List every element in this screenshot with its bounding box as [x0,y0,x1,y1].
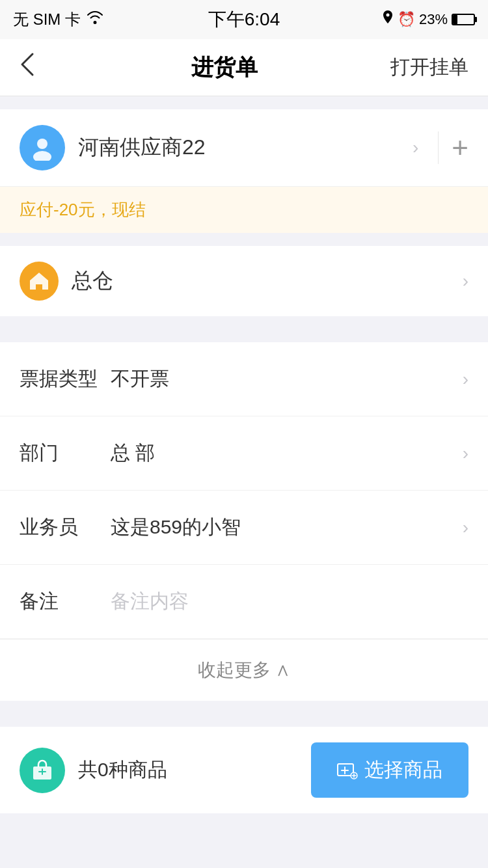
battery-text: 23% [419,11,448,28]
sales-row[interactable]: 业务员 这是859的小智 › [0,491,488,565]
select-product-button[interactable]: 选择商品 [311,742,468,798]
carrier-text: 无 SIM 卡 [13,9,81,30]
status-left: 无 SIM 卡 [13,9,104,30]
supplier-row[interactable]: 河南供应商22 › + [0,109,488,187]
nav-bar: 进货单 打开挂单 [0,39,488,96]
dept-label: 部门 [20,440,98,467]
warehouse-name: 总仓 [72,267,463,295]
invoice-label: 票据类型 [20,366,98,392]
dept-value: 总 部 [98,440,463,467]
wifi-icon [86,10,104,29]
select-product-label: 选择商品 [364,757,442,783]
warehouse-chevron-icon: › [463,271,468,292]
supplier-row-right: › + [413,131,468,164]
location-icon [382,10,394,29]
open-pending-button[interactable]: 打开挂单 [390,54,468,81]
product-count: 共0种商品 [78,757,298,783]
add-supplier-button[interactable]: + [438,131,468,164]
warehouse-card: 总仓 › [0,246,488,316]
collapse-button[interactable]: 收起更多 ∧ [0,639,488,701]
dept-row[interactable]: 部门 总 部 › [0,416,488,491]
sales-chevron-icon: › [463,517,468,538]
bottom-bar: 共0种商品 选择商品 [0,727,488,813]
svg-rect-3 [36,284,42,290]
section-gap-4 [0,701,488,714]
product-icon [20,748,65,793]
supplier-avatar [20,125,65,170]
invoice-chevron-icon: › [463,369,468,390]
sales-label: 业务员 [20,514,98,541]
section-gap-2 [0,233,488,246]
supplier-chevron-icon: › [413,137,418,158]
warehouse-icon [20,262,59,301]
section-gap-3 [0,316,488,329]
remarks-input[interactable]: 备注内容 [98,588,468,615]
svg-point-1 [37,139,47,149]
notice-bar: 应付-20元，现结 [0,187,488,233]
notice-text: 应付-20元，现结 [20,200,146,219]
remarks-label: 备注 [20,588,98,615]
back-button[interactable] [20,51,59,83]
warehouse-row[interactable]: 总仓 › [0,246,488,316]
svg-point-0 [386,14,389,17]
alarm-icon: ⏰ [398,11,415,28]
status-time: 下午6:04 [208,7,280,32]
svg-point-2 [33,151,51,161]
status-bar: 无 SIM 卡 下午6:04 ⏰ 23% [0,0,488,39]
supplier-name: 河南供应商22 [78,133,413,162]
page-title: 进货单 [191,53,258,83]
invoice-row[interactable]: 票据类型 不开票 › [0,342,488,416]
supplier-card: 河南供应商22 › + 应付-20元，现结 [0,109,488,233]
remarks-row[interactable]: 备注 备注内容 [0,565,488,639]
dept-chevron-icon: › [463,443,468,464]
section-gap-1 [0,96,488,109]
battery-icon [452,14,475,25]
status-right: ⏰ 23% [382,10,475,29]
form-section: 票据类型 不开票 › 部门 总 部 › 业务员 这是859的小智 › 备注 备注… [0,342,488,701]
sales-value: 这是859的小智 [98,514,463,541]
invoice-value: 不开票 [98,366,463,392]
